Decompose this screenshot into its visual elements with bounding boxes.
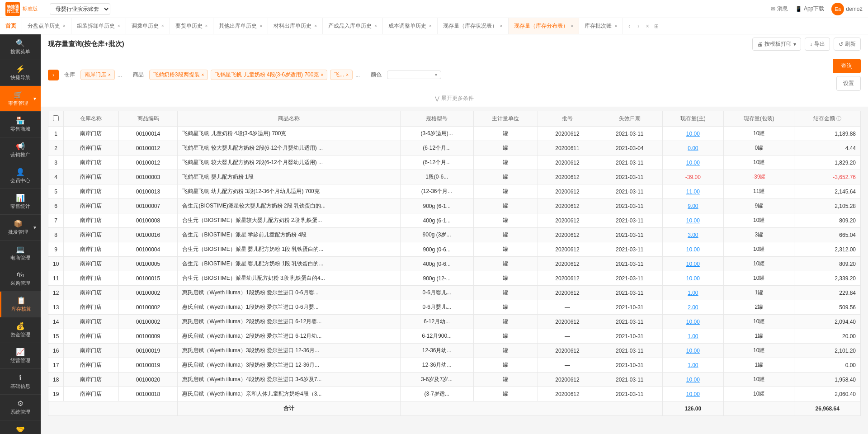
tab-qitachuku-close[interactable]: × — [259, 24, 262, 28]
row-qty-main[interactable]: 0.00 — [662, 141, 723, 156]
row-qty-main[interactable]: 10.00 — [662, 257, 723, 271]
nav-prev-btn[interactable]: ‹ — [625, 22, 634, 31]
row-qty-main[interactable]: 10.00 — [662, 213, 723, 228]
sidebar-item-operations[interactable]: 📈 经营管理 — [0, 343, 41, 369]
row-qty-main[interactable]: 10.00 — [662, 271, 723, 286]
query-btn[interactable]: 查询 — [833, 59, 861, 73]
product-tag-3[interactable]: 飞... × — [330, 70, 353, 80]
product-tag-2[interactable]: 飞鹤星飞帆 儿童奶粉 4段(3-6岁适用) 700克 × — [211, 70, 327, 80]
sidebar-item-inventory[interactable]: 📋 库存核算 — [0, 292, 41, 317]
tab-diaobao[interactable]: 调拨单历史 × — [126, 18, 170, 34]
sidebar-item-purchase[interactable]: 🛍 采购管理 — [0, 266, 41, 292]
setting-btn[interactable]: 设置 — [836, 76, 861, 91]
tab-diaobao-close[interactable]: × — [161, 24, 164, 28]
row-qty-main[interactable]: -39.00 — [662, 170, 723, 184]
row-batch: 20200612 — [538, 242, 597, 257]
template-print-btn[interactable]: 🖨 按模板打印 ▾ — [752, 38, 801, 51]
refresh-btn[interactable]: ↺ 刷新 — [834, 38, 861, 51]
sidebar-item-wholesale[interactable]: 📦 批发管理 ▼ — [0, 215, 41, 241]
nav-next-btn[interactable]: › — [634, 22, 643, 31]
tab-yaohuo[interactable]: 要货单历史 × — [170, 18, 214, 34]
sidebar-item-system[interactable]: ⚙ 系统管理 — [0, 395, 41, 420]
sidebar-item-marketing[interactable]: 📢 营销推广 — [0, 137, 41, 163]
message-btn[interactable]: ✉ 消息 — [771, 5, 788, 13]
row-code: 00100016 — [118, 228, 178, 242]
row-qty-main[interactable]: 10.00 — [662, 156, 723, 170]
row-qty-main[interactable]: 11.00 — [662, 184, 723, 199]
sidebar-item-quicknav[interactable]: ⚡ 快捷导航 — [0, 60, 41, 86]
info-icon[interactable]: ⓘ — [836, 116, 841, 121]
th-checkbox[interactable] — [48, 111, 64, 127]
product-tag-1-close[interactable]: × — [202, 72, 204, 77]
row-qty-main[interactable]: 10.00 — [662, 373, 723, 387]
row-qty-main[interactable]: 2.00 — [662, 300, 723, 315]
sidebar-item-search[interactable]: 🔍 搜索英单 — [0, 34, 41, 60]
tab-cailiaochuku-close[interactable]: × — [314, 24, 317, 28]
color-dropdown[interactable]: ▾ — [387, 71, 441, 79]
row-balance: 2,060.40 — [794, 387, 861, 401]
filter-expand-btn[interactable]: ⋁ 展开更多条件 — [48, 94, 861, 102]
tab-home[interactable]: 首页 — [0, 18, 22, 34]
row-balance: 2,145.64 — [794, 184, 861, 199]
tab-zuzhuang[interactable]: 组装拆卸单历史 × — [71, 18, 126, 34]
row-qty-main[interactable]: 10.00 — [662, 387, 723, 401]
tab-kupu-pici-close[interactable]: × — [614, 24, 617, 28]
select-all-checkbox[interactable] — [53, 115, 59, 121]
row-qty-main[interactable]: 10.00 — [662, 344, 723, 358]
row-qty-main[interactable]: 10.00 — [662, 127, 723, 141]
row-qty-main[interactable]: 3.00 — [662, 228, 723, 242]
row-unit: 罐 — [473, 387, 538, 401]
tab-zuzhuang-close[interactable]: × — [118, 24, 120, 28]
tab-yaohuo-close[interactable]: × — [205, 24, 208, 28]
warehouse-tag-close[interactable]: × — [108, 72, 111, 77]
sidebar-item-enterprise[interactable]: 🤝 企业协同 — [0, 420, 41, 434]
account-select[interactable]: 母婴行业演示账套 — [50, 3, 110, 15]
product-tag-2-close[interactable]: × — [321, 72, 323, 77]
warehouse-label: 仓库 — [64, 71, 75, 79]
warehouse-tag-nananmen[interactable]: 南岸门店 × — [80, 70, 115, 80]
nav-close-tab-btn[interactable]: × — [643, 22, 652, 31]
row-qty-main[interactable]: 10.00 — [662, 242, 723, 257]
tab-xiancunliang-kuanzhuang-close[interactable]: × — [500, 24, 503, 28]
sidebar-item-finance[interactable]: 💰 资金管理 — [0, 317, 41, 343]
logo-icon: 畅捷通 好生意 — [5, 2, 20, 16]
tab-qitachuku[interactable]: 其他出库单历史 × — [213, 18, 268, 34]
user-profile[interactable]: Ea demo2 — [831, 3, 863, 15]
tab-cailiaochuku[interactable]: 材料出库单历史 × — [268, 18, 323, 34]
tab-fenpandian-close[interactable]: × — [63, 24, 66, 28]
nav-expand-btn[interactable]: ⊞ — [652, 22, 661, 31]
row-qty-main[interactable]: 1.00 — [662, 286, 723, 300]
tab-xiancunliang-kuanzhuang[interactable]: 现存量（库存状况表） × — [438, 18, 509, 34]
row-qty-main[interactable]: 1.00 — [662, 358, 723, 373]
sidebar-item-basic[interactable]: ℹ 基础信息 — [0, 369, 41, 395]
sidebar-item-retail[interactable]: 🛒 零售管理 ▼ — [0, 86, 41, 112]
export-btn[interactable]: ↓ 导出 — [805, 38, 830, 51]
row-qty-main[interactable]: 10.00 — [662, 315, 723, 329]
tab-chengbentiaozhenglishi[interactable]: 成本调整单历史 × — [383, 18, 438, 34]
tab-kupu-pici[interactable]: 库存批次账 × — [579, 18, 623, 34]
sidebar-item-stats[interactable]: 📊 零售统计 — [0, 189, 41, 215]
tab-xiancunliang-fenbiao-close[interactable]: × — [571, 24, 574, 28]
product-tag-1[interactable]: 飞鹤奶粉3段两提装 × — [149, 70, 208, 80]
row-qty-main[interactable]: 9.00 — [662, 199, 723, 213]
row-code: 00100014 — [118, 127, 178, 141]
data-table: 仓库名称 商品编码 商品名称 规格型号 主计量单位 批号 失效日期 现存量(主)… — [48, 111, 861, 416]
tab-chanchengruku[interactable]: 产成品入库单历史 × — [323, 18, 383, 34]
app-download-btn[interactable]: 📱 App下载 — [795, 5, 824, 13]
row-qty-main[interactable]: 1.00 — [662, 329, 723, 344]
sidebar-item-ecommerce[interactable]: 💻 电商管理 — [0, 241, 41, 266]
row-unit: 罐 — [473, 156, 538, 170]
row-num: 9 — [48, 242, 64, 257]
sidebar-item-mall[interactable]: 🏪 零售商城 — [0, 112, 41, 137]
tab-chengbentiaozhenglishi-label: 成本调整单历史 — [388, 22, 426, 30]
tab-xiancunliang-fenbiao[interactable]: 现存量（库存分布表） × — [509, 18, 580, 34]
sidebar-item-member[interactable]: 👤 会员中心 — [0, 163, 41, 189]
tab-chanchengruku-close[interactable]: × — [374, 24, 377, 28]
filter-expand-arrow[interactable]: › — [48, 70, 59, 80]
tab-chengbentiaozhenglishi-close[interactable]: × — [429, 24, 432, 28]
tab-fenpandian[interactable]: 分盘点单历史 × — [22, 18, 71, 34]
account-dropdown[interactable]: 母婴行业演示账套 — [50, 3, 771, 15]
table-row: 4 南岸门店 00100003 飞鹤星飞帆 婴儿配方奶粉 1段 1段(0-6..… — [48, 170, 861, 184]
row-spec: 900g (3岁... — [400, 228, 473, 242]
product-tag-3-close[interactable]: × — [346, 72, 349, 77]
